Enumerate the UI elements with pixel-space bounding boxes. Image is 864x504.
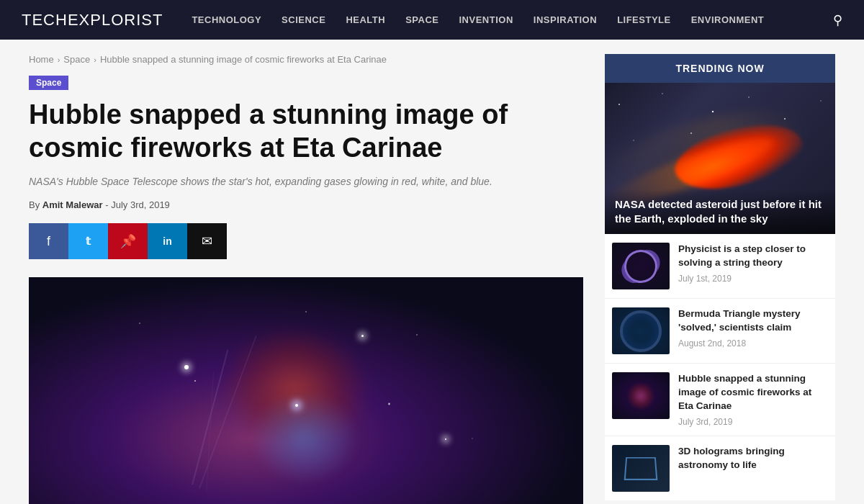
breadcrumb-current: Hubble snapped a stunning image of cosmi… <box>100 54 387 65</box>
article-image <box>29 277 583 504</box>
article-date: - July 3rd, 2019 <box>105 199 170 210</box>
share-email[interactable]: ✉ <box>187 223 227 259</box>
svg-line-0 <box>192 350 228 485</box>
trending-item-date-0: July 1st, 2019 <box>678 274 828 284</box>
trending-thumb-2 <box>612 372 670 419</box>
svg-point-10 <box>690 132 692 134</box>
logo-explorist: EXPLORIST <box>68 11 163 29</box>
trending-thumb-3 <box>612 445 670 492</box>
nav-science[interactable]: SCIENCE <box>282 14 325 25</box>
breadcrumb: Home › Space › Hubble snapped a stunning… <box>29 54 583 65</box>
article-content: Home › Space › Hubble snapped a stunning… <box>29 54 583 504</box>
trending-item-title-0: Physicist is a step closer to solving a … <box>678 243 828 270</box>
author-line: By Amit Malewar - July 3rd, 2019 <box>29 199 583 210</box>
breadcrumb-sep2: › <box>94 55 96 64</box>
nav-space[interactable]: SPACE <box>405 14 438 25</box>
svg-point-5 <box>712 111 714 112</box>
breadcrumb-space[interactable]: Space <box>63 54 90 65</box>
share-twitter[interactable]: 𝕥 <box>68 223 108 259</box>
trending-item-0[interactable]: Physicist is a step closer to solving a … <box>605 234 835 299</box>
author-name[interactable]: Amit Malewar <box>42 199 103 210</box>
article-subtitle: NASA's Hubble Space Telescope shows the … <box>29 174 583 189</box>
trending-item-title-1: Bermuda Triangle mystery 'solved,' scien… <box>678 307 828 335</box>
trending-list: Physicist is a step closer to solving a … <box>605 234 835 500</box>
svg-point-8 <box>820 100 821 101</box>
nav-environment[interactable]: ENVIRONMENT <box>691 14 765 25</box>
trending-thumb-1 <box>612 307 670 354</box>
svg-line-2 <box>207 372 214 492</box>
trending-item-info-0: Physicist is a step closer to solving a … <box>678 243 828 284</box>
breadcrumb-home[interactable]: Home <box>29 54 54 65</box>
svg-point-9 <box>633 140 634 141</box>
nav-health[interactable]: HEALTH <box>346 14 385 25</box>
article-title: Hubble snapped a stunning image of cosmi… <box>29 99 583 164</box>
trending-item-1[interactable]: Bermuda Triangle mystery 'solved,' scien… <box>605 299 835 364</box>
share-pinterest[interactable]: 📌 <box>108 223 148 259</box>
main-layout: Home › Space › Hubble snapped a stunning… <box>14 40 850 504</box>
svg-point-6 <box>748 96 750 98</box>
main-nav: TECHNOLOGY SCIENCE HEALTH SPACE INVENTIO… <box>192 14 833 25</box>
trending-item-info-2: Hubble snapped a stunning image of cosmi… <box>678 372 828 427</box>
author-prefix: By <box>29 199 40 210</box>
trending-item-2[interactable]: Hubble snapped a stunning image of cosmi… <box>605 364 835 436</box>
sidebar: TRENDING NOW NASA detected <box>605 54 835 504</box>
trending-item-info-1: Bermuda Triangle mystery 'solved,' scien… <box>678 307 828 348</box>
trending-item-title-2: Hubble snapped a stunning image of cosmi… <box>678 372 828 413</box>
site-logo[interactable]: TECHEXPLORIST <box>22 11 163 30</box>
trending-thumb-0 <box>612 243 670 289</box>
social-share: f 𝕥 📌 in ✉ <box>29 223 583 259</box>
svg-point-7 <box>784 118 786 120</box>
svg-point-4 <box>662 93 663 94</box>
trending-item-title-3: 3D holograms bringing astronomy to life <box>678 445 828 472</box>
trending-featured-caption: NASA detected asteroid just before it hi… <box>605 189 835 234</box>
nav-inspiration[interactable]: INSPIRATION <box>534 14 597 25</box>
search-icon[interactable]: ⚲ <box>833 12 842 28</box>
breadcrumb-sep1: › <box>58 55 60 64</box>
nav-invention[interactable]: INVENTION <box>459 14 513 25</box>
category-badge[interactable]: Space <box>29 76 68 90</box>
svg-point-3 <box>618 104 620 105</box>
trending-item-date-2: July 3rd, 2019 <box>678 417 828 427</box>
trending-header: TRENDING NOW <box>605 54 835 83</box>
trending-featured[interactable]: NASA detected asteroid just before it hi… <box>605 83 835 234</box>
nav-lifestyle[interactable]: LIFESTYLE <box>617 14 671 25</box>
share-facebook[interactable]: f <box>29 223 68 259</box>
trending-item-date-1: August 2nd, 2018 <box>678 338 828 348</box>
trending-item-3[interactable]: 3D holograms bringing astronomy to life <box>605 436 835 500</box>
logo-tech: TECH <box>22 11 68 29</box>
nav-technology[interactable]: TECHNOLOGY <box>192 14 261 25</box>
trending-item-info-3: 3D holograms bringing astronomy to life <box>678 445 828 476</box>
share-linkedin[interactable]: in <box>148 223 187 259</box>
site-header: TECHEXPLORIST TECHNOLOGY SCIENCE HEALTH … <box>0 0 864 40</box>
